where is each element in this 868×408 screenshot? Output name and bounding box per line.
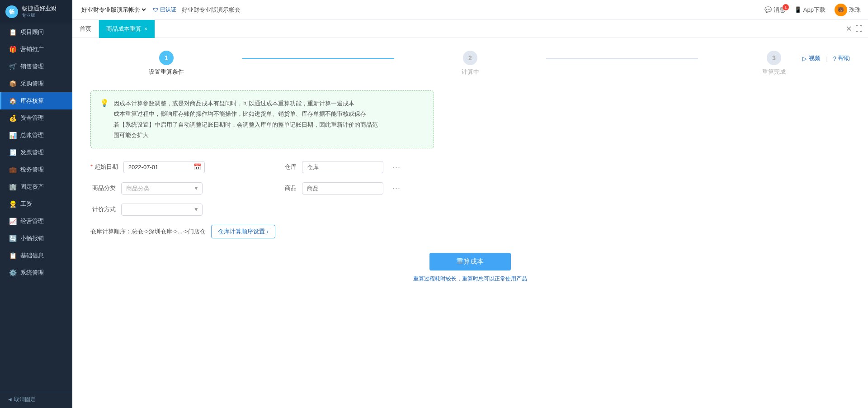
app-download-label: App下载 [803,6,826,14]
warehouse-order-btn[interactable]: 仓库计算顺序设置 › [211,225,275,238]
step-1: 1 设置重算条件 [90,51,242,76]
sidebar-item-project[interactable]: 📋 项目顾问 [0,24,72,41]
stepper-actions: ▷ 视频 | ? 帮助 [802,54,850,62]
phone-icon: 📱 [794,6,802,13]
step-2-num: 2 [468,54,472,62]
sidebar: 畅 畅捷通好业财 专业版 📋 项目顾问 🎁 营销推广 🛒 销售管理 📦 采购管理… [0,0,72,408]
sidebar-item-label: 资金管理 [20,114,44,122]
sidebar-item-invoice[interactable]: 🧾 发票管理 [0,144,72,161]
topbar: 好业财专业版演示帐套 🛡 已认证 好业财专业版演示帐套 💬 消息 1 📱 App… [72,0,868,20]
system-icon: ⚙️ [9,269,17,277]
calendar-icon[interactable]: 📅 [193,163,201,171]
tab-close-icon[interactable]: × [144,26,147,32]
stepper: 1 设置重算条件 2 计算中 3 重算完成 ▷ 视频 [90,51,850,76]
sidebar-item-label: 基础信息 [20,251,44,260]
sidebar-item-operations[interactable]: 📈 经营管理 [0,213,72,230]
info-line3: 若【系统设置】中启用了自动调整记账日期时，会调整入库单的整单记账日期，因此重新计… [113,119,378,130]
expense-icon: 🔄 [9,234,17,242]
account-select[interactable]: 好业财专业版演示帐套 [80,6,147,14]
start-date-field: 起始日期 📅 [90,161,244,173]
sidebar-item-label: 总账管理 [20,131,44,139]
invoice-icon: 🧾 [9,148,17,157]
start-date-label: 起始日期 [90,163,118,171]
account-selector[interactable]: 好业财专业版演示帐套 [80,6,147,14]
pricing-label: 计价方式 [90,205,116,213]
sidebar-item-label: 采购管理 [20,80,44,88]
warehouse-field: 仓库 ··· [271,161,425,173]
message-btn[interactable]: 💬 消息 1 [764,6,785,14]
tab-cost-recalc[interactable]: 商品成本重算 × [99,20,155,38]
warehouse-dots-btn[interactable]: ··· [392,162,401,172]
sidebar-item-label: 税务管理 [20,166,44,174]
sidebar-item-expense[interactable]: 🔄 小畅报销 [0,230,72,247]
tab-home-label: 首页 [80,25,91,33]
start-date-input[interactable] [123,161,205,173]
inventory-icon: 🏠 [9,97,17,105]
video-label: 视频 [809,54,821,62]
sidebar-item-label: 营销推广 [20,45,44,53]
unpin-label: ◄ 取消固定 [7,396,36,403]
message-badge: 1 [783,4,789,10]
sidebar-item-marketing[interactable]: 🎁 营销推广 [0,41,72,58]
sidebar-pin-toggle[interactable]: ◄ 取消固定 [0,391,72,408]
sidebar-item-tax[interactable]: 💼 税务管理 [0,161,72,178]
sidebar-item-finance[interactable]: 💰 资金管理 [0,109,72,127]
warehouse-order-label: 仓库计算顺序：总仓->深圳仓库->...->门店仓 [90,228,206,236]
pricing-select[interactable] [121,204,203,216]
user-name: 珠珠 [849,6,861,14]
warehouse-label: 仓库 [271,163,297,171]
submit-area: 重算成本 重算过程耗时较长，重算时您可以正常使用产品 [90,253,850,283]
sidebar-item-inventory[interactable]: 🏠 库存核算 [0,92,72,109]
submit-hint: 重算过程耗时较长，重算时您可以正常使用产品 [413,275,527,283]
product-input[interactable] [302,182,383,195]
app-logo: 畅 [5,5,18,18]
submit-btn[interactable]: 重算成本 [429,253,511,270]
finance-icon: 💰 [9,114,17,122]
close-window-icon[interactable]: ✕ [846,24,852,33]
sidebar-item-system[interactable]: ⚙️ 系统管理 [0,264,72,281]
chevron-right-icon: › [267,228,269,235]
play-icon: ▷ [802,55,807,62]
product-dots-btn[interactable]: ··· [392,184,401,193]
sidebar-item-label: 项目顾问 [20,28,44,36]
project-icon: 📋 [9,28,17,36]
tab-home[interactable]: 首页 [72,20,99,38]
app-edition: 专业版 [22,12,57,19]
verified-badge: 🛡 已认证 [153,6,176,14]
step-3-label: 重算完成 [762,68,786,76]
expand-icon[interactable]: ⛶ [855,25,863,33]
step-3-num: 3 [772,54,776,62]
sidebar-item-label: 库存核算 [20,97,44,105]
category-label: 商品分类 [90,184,116,192]
category-select[interactable]: 商品分类 [121,182,203,195]
sidebar-item-label: 固定资产 [20,183,44,191]
sidebar-nav: 📋 项目顾问 🎁 营销推广 🛒 销售管理 📦 采购管理 🏠 库存核算 💰 资金管… [0,24,72,391]
help-btn[interactable]: ? 帮助 [833,54,850,62]
warehouse-input[interactable] [302,161,383,173]
start-date-wrapper: 📅 [123,161,205,173]
sidebar-item-purchase[interactable]: 📦 采购管理 [0,75,72,92]
step-2: 2 计算中 [394,51,546,76]
sidebar-item-assets[interactable]: 🏢 固定资产 [0,178,72,195]
pricing-field: 计价方式 ▼ [90,204,244,216]
avatar: 🐻 [835,4,847,16]
sidebar-item-sales[interactable]: 🛒 销售管理 [0,58,72,75]
sidebar-item-ledger[interactable]: 📊 总账管理 [0,127,72,144]
sidebar-item-payroll[interactable]: 👷 工资 [0,195,72,213]
step-2-label: 计算中 [462,68,479,76]
shield-icon: 🛡 [153,7,158,13]
message-icon: 💬 [764,6,772,13]
info-line1: 因成本计算参数调整，或是对商品成本有疑问时，可以通过成本重算功能，重新计算一遍成… [113,98,378,109]
pricing-select-wrapper: ▼ [121,204,203,216]
form-row-2: 商品分类 商品分类 ▼ 商品 ··· [90,182,850,195]
step-1-label: 设置重算条件 [149,68,184,76]
user-menu[interactable]: 🐻 珠珠 [835,4,861,16]
step-2-circle: 2 [463,51,477,65]
app-download-btn[interactable]: 📱 App下载 [794,6,826,14]
marketing-icon: 🎁 [9,45,17,53]
video-btn[interactable]: ▷ 视频 [802,54,821,62]
sidebar-item-basic[interactable]: 📋 基础信息 [0,247,72,264]
sidebar-item-label: 销售管理 [20,62,44,71]
purchase-icon: 📦 [9,80,17,88]
category-select-wrapper: 商品分类 ▼ [121,182,203,195]
